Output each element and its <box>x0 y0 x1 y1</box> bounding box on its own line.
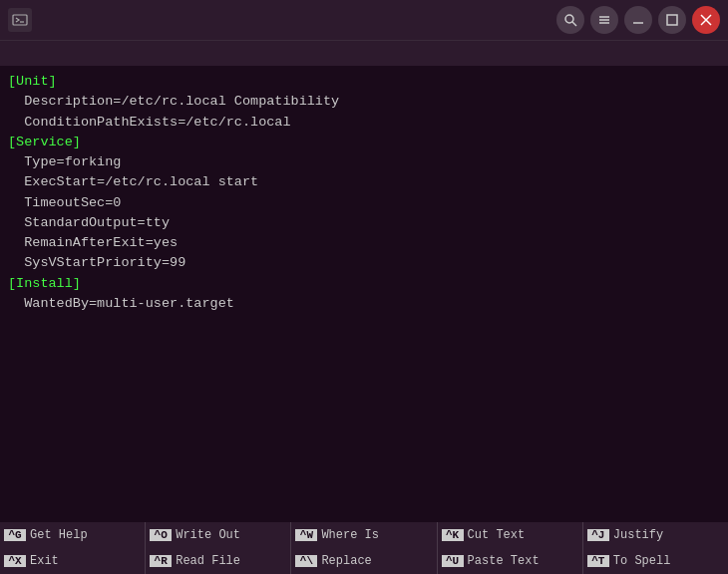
shortcut-item[interactable]: ^XExit <box>0 548 145 574</box>
editor-line: Type=forking <box>8 152 720 172</box>
editor-line: ConditionPathExists=/etc/rc.local <box>8 113 720 133</box>
menu-button[interactable] <box>590 6 618 34</box>
shortcut-label: Justify <box>613 528 663 542</box>
titlebar-left <box>8 8 38 32</box>
nano-statusbar <box>0 40 728 66</box>
shortcut-key: ^W <box>295 529 317 541</box>
editor-line: [Install] <box>8 274 720 294</box>
shortcut-item[interactable]: ^TTo Spell <box>583 548 728 574</box>
titlebar-controls <box>556 6 720 34</box>
shortcut-key: ^J <box>587 529 609 541</box>
shortcut-label: Replace <box>321 554 371 568</box>
editor-line: SysVStartPriority=99 <box>8 253 720 273</box>
shortcut-bar: ^GGet Help^OWrite Out^WWhere Is^KCut Tex… <box>0 522 728 574</box>
shortcut-item[interactable]: ^WWhere Is <box>291 522 436 548</box>
editor-line: WantedBy=multi-user.target <box>8 294 720 314</box>
minimize-button[interactable] <box>624 6 652 34</box>
shortcut-label: Paste Text <box>468 554 540 568</box>
shortcut-key: ^R <box>150 555 172 567</box>
search-button[interactable] <box>556 6 584 34</box>
shortcut-key: ^O <box>150 529 172 541</box>
shortcut-item[interactable]: ^RRead File <box>146 548 290 574</box>
shortcut-key: ^G <box>4 529 26 541</box>
shortcut-key: ^U <box>442 555 464 567</box>
close-button[interactable] <box>692 6 720 34</box>
editor-line: [Service] <box>8 133 720 152</box>
shortcut-label: Where Is <box>321 528 379 542</box>
maximize-button[interactable] <box>658 6 686 34</box>
shortcut-item[interactable]: ^\Replace <box>291 548 436 574</box>
shortcut-item[interactable]: ^GGet Help <box>0 522 145 548</box>
editor-line: Description=/etc/rc.local Compatibility <box>8 92 720 112</box>
svg-rect-8 <box>667 15 677 25</box>
shortcut-key: ^T <box>587 555 609 567</box>
shortcut-row: ^XExit^RRead File^\Replace^UPaste Text^T… <box>0 548 728 574</box>
shortcut-label: To Spell <box>613 554 671 568</box>
shortcut-item[interactable]: ^JJustify <box>583 522 728 548</box>
shortcut-key: ^X <box>4 555 26 567</box>
editor-line: [Unit] <box>8 72 720 92</box>
editor-line: RemainAfterExit=yes <box>8 233 720 253</box>
editor-line: ExecStart=/etc/rc.local start <box>8 172 720 192</box>
editor-area[interactable]: [Unit] Description=/etc/rc.local Compati… <box>0 66 728 522</box>
shortcut-label: Read File <box>176 554 240 568</box>
titlebar <box>0 0 728 40</box>
shortcut-label: Write Out <box>176 528 240 542</box>
shortcut-item[interactable]: ^UPaste Text <box>438 548 582 574</box>
shortcut-label: Get Help <box>30 528 88 542</box>
shortcut-item[interactable]: ^KCut Text <box>438 522 582 548</box>
shortcut-item[interactable]: ^OWrite Out <box>146 522 290 548</box>
shortcut-row: ^GGet Help^OWrite Out^WWhere Is^KCut Tex… <box>0 522 728 548</box>
terminal-icon <box>8 8 32 32</box>
svg-point-2 <box>565 15 573 23</box>
editor-line: StandardOutput=tty <box>8 213 720 233</box>
editor-line: TimeoutSec=0 <box>8 193 720 213</box>
shortcut-label: Exit <box>30 554 59 568</box>
svg-line-3 <box>572 22 576 26</box>
shortcut-label: Cut Text <box>468 528 526 542</box>
shortcut-key: ^K <box>442 529 464 541</box>
shortcut-key: ^\ <box>295 555 317 567</box>
